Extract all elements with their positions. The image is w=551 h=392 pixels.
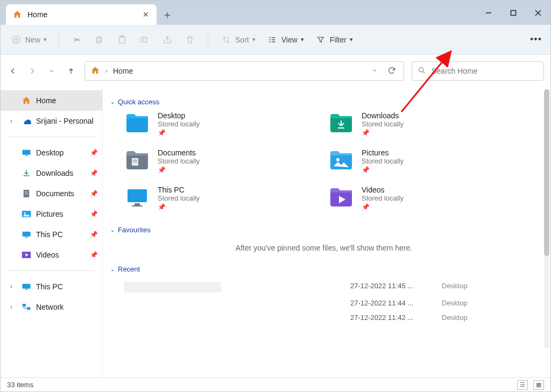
pin-icon: 📌 xyxy=(90,231,98,238)
pin-icon: 📌 xyxy=(362,203,404,211)
chevron-down-icon: ⌄ xyxy=(110,99,115,105)
cut-icon: ✂ xyxy=(71,34,83,46)
sidebar-item-label: Documents xyxy=(36,189,74,198)
delete-button[interactable] xyxy=(181,32,199,48)
details-view-button[interactable]: ☰ xyxy=(517,380,528,390)
home-icon xyxy=(90,66,100,77)
item-title: Documents xyxy=(158,148,200,157)
pin-icon: 📌 xyxy=(158,203,200,211)
chevron-down-icon: ▾ xyxy=(252,36,256,43)
svg-rect-28 xyxy=(23,232,31,237)
pin-icon: 📌 xyxy=(362,129,404,137)
favourites-heading[interactable]: ⌄ Favourites xyxy=(110,226,538,234)
sort-button[interactable]: Sort ▾ xyxy=(217,32,259,48)
nav-row: › Home xyxy=(1,55,550,87)
svg-rect-29 xyxy=(25,237,28,238)
sidebar-item-this-pc[interactable]: This PC 📌 xyxy=(1,224,102,245)
window-maximize-button[interactable] xyxy=(501,1,526,25)
svg-rect-40 xyxy=(135,203,140,205)
item-title: Desktop xyxy=(158,111,200,120)
view-button[interactable]: View ▾ xyxy=(263,32,307,48)
downloads-folder-icon xyxy=(328,111,354,134)
svg-rect-39 xyxy=(128,189,147,202)
new-tab-button[interactable]: ＋ xyxy=(157,4,178,25)
chevron-down-icon: ▾ xyxy=(301,36,304,43)
favourites-empty-text: After you've pinned some files, we'll sh… xyxy=(110,244,538,252)
up-button[interactable] xyxy=(65,65,77,77)
address-dropdown[interactable] xyxy=(369,67,380,75)
recent-item-location: Desktop xyxy=(442,299,490,307)
recent-item-location: Desktop xyxy=(442,282,490,293)
refresh-button[interactable] xyxy=(385,66,398,76)
sidebar: Home › Srijani - Personal Desktop 📌 Down… xyxy=(1,87,103,377)
status-item-count: 33 items xyxy=(7,381,33,389)
quick-access-heading[interactable]: ⌄ Quick access xyxy=(110,98,538,106)
tab-home[interactable]: Home ✕ xyxy=(6,4,157,25)
share-button[interactable] xyxy=(158,32,176,48)
item-subtitle: Stored locally xyxy=(362,157,404,165)
thumbnails-view-button[interactable]: ▦ xyxy=(533,380,544,390)
recent-heading[interactable]: ⌄ Recent xyxy=(110,265,538,273)
back-button[interactable] xyxy=(7,65,19,77)
sidebar-item-videos[interactable]: Videos 📌 xyxy=(1,245,102,265)
sidebar-item-this-pc-tree[interactable]: › This PC xyxy=(1,276,102,297)
sidebar-item-label: Network xyxy=(36,303,63,311)
recent-item[interactable]: 27-12-2022 11:42 ... Desktop xyxy=(110,310,538,325)
pin-icon: 📌 xyxy=(90,190,98,197)
sidebar-item-onedrive[interactable]: › Srijani - Personal xyxy=(1,111,102,131)
svg-rect-34 xyxy=(27,307,31,310)
onedrive-icon xyxy=(21,116,32,126)
quick-access-item-desktop[interactable]: Desktop Stored locally 📌 xyxy=(124,111,312,137)
pin-icon: 📌 xyxy=(90,210,98,218)
scrollbar[interactable] xyxy=(544,89,549,348)
search-input[interactable] xyxy=(432,67,538,75)
quick-access-item-pictures[interactable]: Pictures Stored locally 📌 xyxy=(328,148,516,174)
sidebar-item-network[interactable]: › Network xyxy=(1,297,102,317)
chevron-right-icon[interactable]: › xyxy=(10,283,17,290)
copy-icon xyxy=(94,34,105,46)
sidebar-item-documents[interactable]: Documents 📌 xyxy=(1,183,102,204)
home-icon xyxy=(12,10,22,19)
sidebar-item-desktop[interactable]: Desktop 📌 xyxy=(1,142,102,163)
search-box[interactable] xyxy=(412,61,544,81)
window-close-button[interactable] xyxy=(526,1,550,25)
quick-access-item-videos[interactable]: Videos Stored locally 📌 xyxy=(328,186,516,211)
svg-point-12 xyxy=(269,37,270,38)
cut-button[interactable]: ✂ xyxy=(68,32,86,48)
sidebar-item-pictures[interactable]: Pictures 📌 xyxy=(1,204,102,224)
quick-access-item-downloads[interactable]: Downloads Stored locally 📌 xyxy=(328,111,516,137)
item-title: Downloads xyxy=(362,111,404,120)
history-dropdown[interactable] xyxy=(46,65,58,77)
quick-access-item-documents[interactable]: Documents Stored locally 📌 xyxy=(124,148,312,174)
filter-button[interactable]: Filter ▾ xyxy=(312,32,356,48)
recent-item[interactable]: 27-12-2022 11:44 ... Desktop xyxy=(110,296,538,310)
trash-icon xyxy=(184,34,196,46)
forward-button[interactable] xyxy=(26,65,38,77)
sidebar-item-label: Downloads xyxy=(36,169,73,177)
quick-access-item-this-pc[interactable]: This PC Stored locally 📌 xyxy=(124,186,312,211)
recent-item-location: Desktop xyxy=(442,313,490,322)
tab-close-icon[interactable]: ✕ xyxy=(142,10,150,19)
chevron-right-icon[interactable]: › xyxy=(10,117,17,125)
svg-rect-22 xyxy=(24,190,30,197)
more-options-button[interactable]: ••• xyxy=(528,34,544,45)
pin-icon: 📌 xyxy=(90,149,98,156)
desktop-folder-icon xyxy=(124,111,150,134)
this-pc-icon xyxy=(124,186,150,208)
new-button[interactable]: New ▾ xyxy=(7,32,50,48)
breadcrumb-home[interactable]: Home xyxy=(113,67,133,75)
paste-button[interactable] xyxy=(113,32,131,48)
item-subtitle: Stored locally xyxy=(362,194,404,202)
address-bar[interactable]: › Home xyxy=(84,61,404,81)
rename-button[interactable] xyxy=(136,32,154,48)
sidebar-item-home[interactable]: Home xyxy=(1,90,102,111)
pin-icon: 📌 xyxy=(362,166,404,174)
window-minimize-button[interactable] xyxy=(476,1,501,25)
sidebar-item-label: Desktop xyxy=(36,148,63,157)
sidebar-item-downloads[interactable]: Downloads 📌 xyxy=(1,163,102,183)
downloads-icon xyxy=(21,168,32,179)
chevron-right-icon[interactable]: › xyxy=(10,303,17,311)
copy-button[interactable] xyxy=(90,32,109,48)
scrollbar-thumb[interactable] xyxy=(544,89,549,256)
recent-item[interactable]: 27-12-2022 11:45 ... Desktop xyxy=(110,279,538,296)
